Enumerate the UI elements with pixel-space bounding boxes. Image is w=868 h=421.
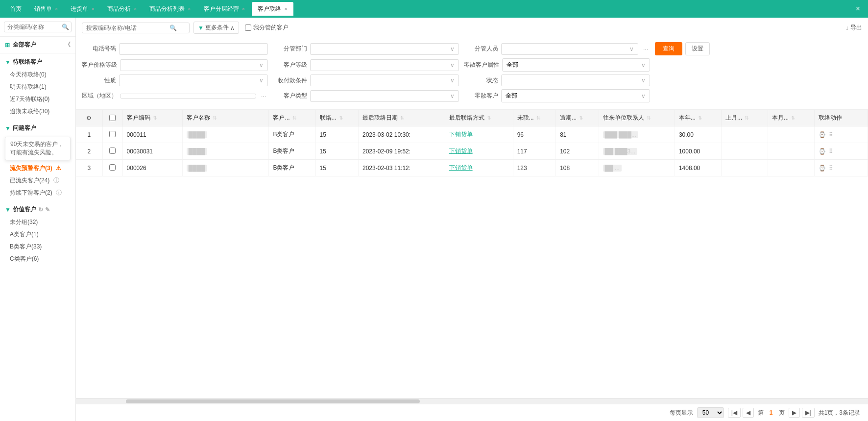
next-page-btn[interactable]: ▶ [789,408,800,418]
tab-sales-close[interactable]: × [55,6,58,12]
filter-select-nature[interactable]: ∨ [119,74,268,86]
sidebar-item-overdue[interactable]: 逾期未联络(30) [0,105,75,118]
settings-button[interactable]: 设置 [685,42,710,55]
cell-method-2[interactable]: 下销货单 [445,160,513,176]
blurred-name-0: ████ [187,131,207,138]
refresh-value-icon[interactable]: ↻ [38,206,43,213]
tab-purchase[interactable]: 进货单 × [65,2,100,16]
filter-input-phone[interactable] [119,43,268,55]
dots-region-btn[interactable]: ··· [259,93,268,99]
my-customers-checkbox[interactable] [245,25,251,31]
group-problem-header[interactable]: ▼ 问题客户 [0,122,75,135]
filter-select-scatter-attr[interactable]: 全部 ∨ [502,58,650,72]
cell-check-2[interactable] [102,160,122,176]
filter-select-region[interactable] [120,94,256,99]
sort-liaison-icon[interactable]: ⇅ [647,115,651,121]
th-check[interactable] [102,110,122,126]
method-link-0[interactable]: 下销货单 [449,131,473,138]
contact-icon-1[interactable]: ⌚ [819,148,826,155]
tab-sales[interactable]: 销售单 × [28,2,64,16]
sort-name-icon[interactable]: ⇅ [213,115,217,121]
filter-select-manager[interactable]: ∨ [501,43,638,55]
blurred-name-1: ████ [187,148,207,155]
sort-unlinked-icon[interactable]: ⇅ [536,115,540,121]
horizontal-scrollbar[interactable] [76,398,868,404]
window-close-button[interactable]: × [852,4,864,13]
first-page-btn[interactable]: |◀ [728,408,741,418]
contact-icon-0[interactable]: ⌚ [819,131,826,138]
sort-thismonth-icon[interactable]: ⇅ [791,115,795,121]
sidebar-item-7days[interactable]: 近7天待联络(0) [0,93,75,105]
sidebar-item-b-class[interactable]: B类客户(33) [0,241,75,253]
cell-method-1[interactable]: 下销货单 [445,143,513,160]
filter-field-dept: 分管部门 ∨ [273,43,459,55]
filter-label-ctype: 客户类型 [273,92,307,100]
tab-customer-contact-close[interactable]: × [284,6,287,12]
sidebar-item-tomorrow[interactable]: 明天待联络(1) [0,81,75,93]
filter-button[interactable]: ▼ 更多条件 ∧ [193,22,239,34]
tab-home[interactable]: 首页 [4,2,27,16]
cell-check-1[interactable] [102,143,122,160]
more-actions-icon-1[interactable]: ⠿ [829,148,833,155]
settings-col-icon[interactable]: ⚙ [80,115,98,122]
th-settings[interactable]: ⚙ [76,110,102,126]
search-submit-icon[interactable]: 🔍 [169,25,177,31]
method-link-2[interactable]: 下销货单 [449,164,473,171]
table-body: 1 000011 ████ B类客户 15 2023-03-02 10:30: … [76,126,868,176]
row-checkbox-1[interactable] [109,148,116,154]
filter-select-status[interactable]: ∨ [501,74,650,86]
tab-analysis-list-close[interactable]: × [188,6,191,12]
contact-icon-2[interactable]: ⌚ [819,165,826,172]
dots-manager-btn[interactable]: ··· [641,46,650,52]
sidebar-item-today[interactable]: 今天待联络(0) [0,69,75,81]
sidebar-item-c-class[interactable]: C类客户(6) [0,253,75,265]
sidebar-item-ungroup[interactable]: 未分组(32) [0,216,75,228]
filter-select-ctype[interactable]: ∨ [310,90,459,102]
sort-lastmonth-icon[interactable]: ⇅ [745,115,748,121]
th-date-label: 最后联络日期 [362,114,398,121]
export-button[interactable]: ↓ 导出 [845,24,862,32]
cell-check-0[interactable] [102,126,122,143]
select-all-checkbox[interactable] [109,115,116,121]
tab-analysis[interactable]: 商品分析 × [101,2,143,16]
page-size-select[interactable]: 50 100 [697,407,724,418]
all-customers-item[interactable]: ⊞ 全部客户 《 [0,37,75,53]
sort-thisyear-icon[interactable]: ⇅ [698,115,702,121]
more-actions-icon-0[interactable]: ⠿ [829,131,833,138]
filter-select-price-tier[interactable]: ∨ [120,59,268,71]
sort-date-icon[interactable]: ⇅ [400,115,404,121]
row-checkbox-0[interactable] [109,131,116,137]
cell-method-0[interactable]: 下销货单 [445,126,513,143]
scroll-thumb[interactable] [126,399,420,403]
cell-lastmonth-0 [722,126,768,143]
tab-customer-tier-close[interactable]: × [242,6,245,12]
sort-method-icon[interactable]: ⇅ [487,115,491,121]
tab-customer-tier[interactable]: 客户分层经营 × [198,2,251,16]
filter-select-scatter[interactable]: 全部 ∨ [501,89,650,102]
row-checkbox-2[interactable] [109,164,116,171]
search-input[interactable] [86,25,169,31]
tab-analysis-list[interactable]: 商品分析列表 × [144,2,196,16]
group-value-header[interactable]: ▼ 价值客户 ↻ ✎ [0,203,75,216]
sort-overdue-icon[interactable]: ⇅ [579,115,583,121]
last-page-btn[interactable]: ▶| [802,408,815,418]
sidebar-item-churned[interactable]: 已流失客户(24) ⓘ [0,174,75,187]
sort-code-icon[interactable]: ⇅ [153,115,157,121]
filter-select-dept[interactable]: ∨ [310,43,459,55]
sort-type-icon[interactable]: ⇅ [292,115,296,121]
method-link-1[interactable]: 下销货单 [449,148,473,154]
edit-value-icon[interactable]: ✎ [45,206,50,213]
tab-analysis-close[interactable]: × [134,6,137,12]
sort-contact-icon[interactable]: ⇅ [339,115,343,121]
sidebar-item-declining[interactable]: 持续下滑客户(2) ⓘ [0,187,75,199]
sidebar-item-a-class[interactable]: A类客户(1) [0,228,75,241]
tab-customer-contact[interactable]: 客户联络 × [252,2,293,16]
filter-select-level[interactable]: ∨ [310,59,459,71]
tab-purchase-close[interactable]: × [91,6,94,12]
group-pending-header[interactable]: ▼ 待联络客户 [0,55,75,69]
query-button[interactable]: 查询 [655,42,682,55]
sidebar-item-churn-warning[interactable]: 流失预警客户(3) ⚠ [0,162,75,174]
more-actions-icon-2[interactable]: ⠿ [829,165,833,172]
filter-select-payment[interactable]: ∨ [310,74,459,86]
prev-page-btn[interactable]: ◀ [743,408,754,418]
